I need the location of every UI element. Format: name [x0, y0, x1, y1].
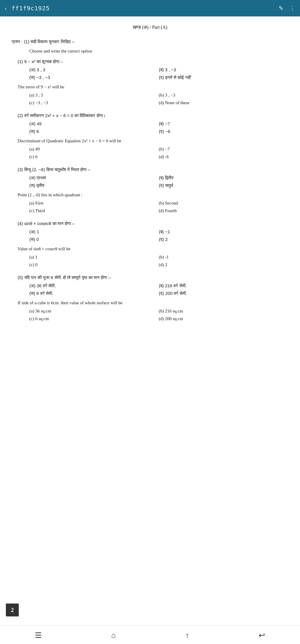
q5-text-english: If side of a cube is 6cm. then value of … [18, 299, 288, 306]
q5-hindi: यदि घन की भुजा 6 सेमी. हो तो सम्पूर्ण पृ… [24, 275, 111, 280]
q4-opt-d-hindi: (द) 2 [159, 236, 288, 243]
q1-opt-a-en: (a) 3 , 3 [29, 92, 159, 99]
q3-number: (3) [18, 167, 23, 172]
q5-options-hindi: (अ) 36 वर्ग सेमी. (ब) 216 वर्ग सेमी. (स)… [29, 282, 288, 297]
back-nav-button[interactable]: ↩ [259, 631, 265, 640]
q1-opt-a-hindi: (अ) 3 , 3 [29, 66, 159, 73]
q3-opt-d-en: (d) Fourth [159, 207, 288, 214]
q1-text-hindi: (1) 9 − x² का शून्यक होगा – [18, 58, 288, 65]
q3-hindi: बिन्दु (2, −6) किस चतुर्थांश में स्थित ह… [24, 167, 90, 172]
q3-text-english: Point (2 , -6) lies in which quadrant : [18, 191, 288, 198]
q1-options-english: (a) 3 , 3 (b) 3 , −3 (c) −3 , −3 (d) Non… [29, 92, 288, 106]
q4-opt-d-en: (d) 2 [159, 261, 288, 268]
header-title: ff1f9c1925 [11, 5, 279, 12]
q3-options-english: (a) First (b) Second (c) Third (d) Fourt… [29, 200, 288, 214]
q3-options-hindi: (अ) प्रथम (ब) द्वितीय (स) तृतीय (द) चतुर… [29, 174, 288, 189]
q2-hindi: वर्ग समीकरण 2x² + x − 6 = 0 का विविक्तकर… [24, 113, 106, 118]
page-area: 2 [0, 598, 300, 625]
q5-opt-a-hindi: (अ) 36 वर्ग सेमी. [29, 282, 159, 289]
q4-options-hindi: (अ) 1 (ब) −1 (स) 0 (द) 2 [29, 228, 288, 243]
home-button[interactable]: ⌂ [111, 631, 116, 640]
q5-opt-b-hindi: (ब) 216 वर्ग सेमी. [159, 282, 288, 289]
q2-options-english: (a) 49 (b) −7 (c) 6 (d) -6 [29, 146, 288, 160]
q4-text-hindi: (4) sinθ × cosecθ का मान होगा – [18, 220, 288, 227]
q2-opt-c-hindi: (स) 6 [29, 128, 159, 135]
q2-opt-d-en: (d) -6 [159, 153, 288, 160]
more-icon[interactable]: ⋮ [289, 5, 295, 12]
q5-number: (5) [18, 275, 23, 280]
q5-opt-b-en: (b) 216 sq.cm [159, 307, 288, 315]
q2-text-english: Discriminant of Quadratic Equation 2x² +… [18, 137, 288, 144]
q5-opt-d-en: (d) 200 sq.cm [159, 315, 288, 322]
q3-opt-a-hindi: (अ) प्रथम [29, 174, 159, 181]
q2-opt-a-en: (a) 49 [29, 146, 159, 153]
question-4-block: (4) sinθ × cosecθ का मान होगा – (अ) 1 (ब… [12, 220, 288, 268]
q1-opt-d-en: (d) None of these [159, 99, 288, 106]
q3-opt-a-en: (a) First [29, 200, 159, 207]
question-intro-english: Choose and write the currect option [29, 48, 288, 55]
q4-options-english: (a) 1 (b) -1 (c) 0 (d) 2 [29, 253, 288, 268]
q3-opt-b-hindi: (ब) द्वितीय [159, 174, 288, 181]
q1-opt-c-en: (c) −3 , −3 [29, 99, 159, 106]
q3-opt-d-hindi: (द) चतुर्थ [159, 182, 288, 189]
q4-text-english: Value of sinθ × cosecθ will be [18, 245, 288, 252]
q4-opt-b-en: (b) -1 [159, 253, 288, 261]
menu-button[interactable]: ☰ [35, 631, 42, 640]
q3-text-hindi: (3) बिन्दु (2, −6) किस चतुर्थांश में स्थ… [18, 166, 288, 173]
edit-icon[interactable]: ✎ [279, 5, 284, 12]
q3-opt-b-en: (b) Second [159, 200, 288, 207]
q4-opt-a-en: (a) 1 [29, 253, 159, 261]
q1-options-hindi: (अ) 3 , 3 (ब) 3 , −3 (स) −3 , −3 (द) इनम… [29, 66, 288, 81]
q5-opt-c-hindi: (स) 6 वर्ग सेमी. [29, 290, 159, 297]
q3-opt-c-en: (c) Third [29, 207, 159, 214]
question-1-block: (1) 9 − x² का शून्यक होगा – (अ) 3 , 3 (ब… [12, 58, 288, 106]
q2-number: (2) [18, 113, 23, 118]
q1-opt-d-hindi: (द) इनमें से कोई नहीं [159, 74, 288, 81]
q1-number: (1) [18, 59, 23, 64]
q4-opt-a-hindi: (अ) 1 [29, 228, 159, 235]
back-button[interactable]: ‹ [5, 4, 7, 12]
q2-opt-b-en: (b) −7 [159, 146, 288, 153]
q1-opt-c-hindi: (स) −3 , −3 [29, 74, 159, 81]
main-content: खण्ड (अ) / Part (A) प्रश्न : (1) सही विक… [0, 16, 300, 598]
q1-opt-b-hindi: (ब) 3 , −3 [159, 66, 288, 73]
q2-opt-c-en: (c) 6 [29, 153, 159, 160]
q2-opt-b-hindi: (ब) −7 [159, 120, 288, 127]
q1-hindi: 9 − x² का शून्यक होगा – [24, 59, 63, 64]
q2-text-hindi: (2) वर्ग समीकरण 2x² + x − 6 = 0 का विविक… [18, 112, 288, 119]
q5-opt-d-hindi: (द) 200 वर्ग सेमी. [159, 290, 288, 297]
q4-number: (4) [18, 221, 23, 226]
q5-opt-c-en: (c) 6 sq.cm [29, 315, 159, 322]
q2-opt-a-hindi: (अ) 49 [29, 120, 159, 127]
q5-opt-a-en: (a) 36 sq.cm [29, 307, 159, 315]
q4-opt-b-hindi: (ब) −1 [159, 228, 288, 235]
section-title: खण्ड (अ) / Part (A) [12, 23, 288, 31]
up-button[interactable]: ↑ [185, 631, 189, 640]
header: ‹ ff1f9c1925 ✎ ⋮ [0, 0, 300, 16]
question-2-block: (2) वर्ग समीकरण 2x² + x − 6 = 0 का विविक… [12, 112, 288, 160]
q1-text-english: The zeros of 9 − x² will be [18, 83, 288, 90]
q4-opt-c-en: (c) 0 [29, 261, 159, 268]
question-5-block: (5) यदि घन की भुजा 6 सेमी. हो तो सम्पूर्… [12, 274, 288, 322]
question-intro-hindi: प्रश्न : (1) सही विकल्प चुनकर लिखिए – [12, 38, 288, 45]
q2-opt-d-hindi: (द) −6 [159, 128, 288, 135]
q2-options-hindi: (अ) 49 (ब) −7 (स) 6 (द) −6 [29, 120, 288, 135]
q5-options-english: (a) 36 sq.cm (b) 216 sq.cm (c) 6 sq.cm (… [29, 307, 288, 322]
q3-opt-c-hindi: (स) तृतीय [29, 182, 159, 189]
page-number: 2 [6, 604, 19, 616]
header-icons: ✎ ⋮ [279, 5, 295, 12]
q4-hindi: sinθ × cosecθ का मान होगा – [24, 221, 75, 226]
bottom-nav: ☰ ⌂ ↑ ↩ [0, 625, 300, 644]
q5-text-hindi: (5) यदि घन की भुजा 6 सेमी. हो तो सम्पूर्… [18, 274, 288, 281]
q4-opt-c-hindi: (स) 0 [29, 236, 159, 243]
q1-opt-b-en: (b) 3 , −3 [159, 92, 288, 99]
question-3-block: (3) बिन्दु (2, −6) किस चतुर्थांश में स्थ… [12, 166, 288, 214]
